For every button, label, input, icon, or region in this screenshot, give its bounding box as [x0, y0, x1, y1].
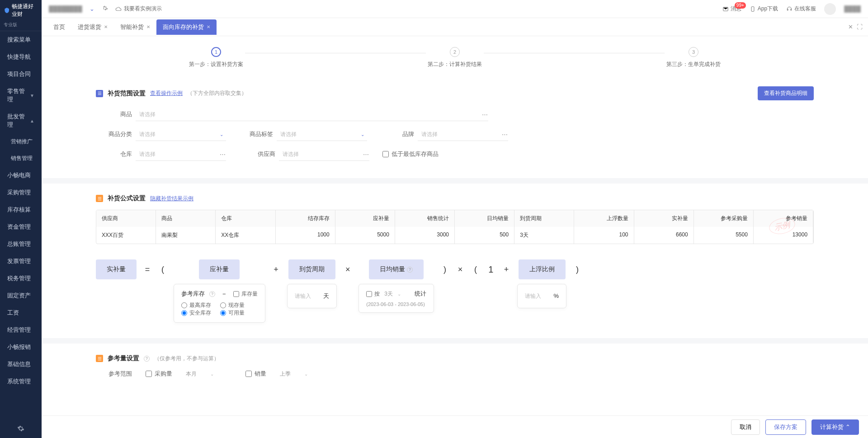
scope-example-link[interactable]: 查看操作示例 — [150, 89, 183, 97]
by-checkbox[interactable]: 按 — [366, 290, 380, 298]
stock-checkbox[interactable]: 库存量 — [233, 290, 258, 298]
scope-title: 补货范围设置 — [108, 89, 146, 98]
demo-link[interactable]: 我要看实例演示 — [115, 5, 162, 13]
app-download-button[interactable]: App下载 — [750, 5, 778, 13]
category-input[interactable] — [136, 127, 226, 141]
save-button[interactable]: 保存方案 — [765, 419, 806, 435]
times-op: × — [343, 265, 352, 274]
supplier-more-icon[interactable]: ⋯ — [363, 151, 369, 158]
sidebar-item[interactable]: 发票管理 — [0, 253, 42, 270]
stock-panel: 参考库存 ? − 库存量 最高库存 安全库存 — [174, 284, 265, 323]
minus-op: − — [222, 291, 226, 297]
company-dropdown-icon[interactable]: ⌄ — [90, 5, 94, 12]
tab-close-icon[interactable]: ✕ — [104, 24, 108, 29]
tab-close-icon[interactable]: ✕ — [207, 24, 210, 29]
purchase-checkbox[interactable]: 采购量 — [146, 370, 172, 378]
stat-label: 统计 — [415, 290, 426, 298]
sidebar-item[interactable]: 采购管理 — [0, 184, 42, 201]
cancel-button[interactable]: 取消 — [731, 419, 760, 435]
warehouse-input[interactable] — [136, 147, 226, 161]
avatar[interactable] — [824, 3, 836, 15]
phone-icon — [750, 6, 756, 12]
product-more-icon[interactable]: ⋯ — [482, 111, 488, 118]
avail-stock-radio[interactable]: 可用量 — [220, 309, 245, 317]
current-stock-radio[interactable]: 现存量 — [220, 301, 245, 309]
product-input[interactable] — [136, 108, 488, 121]
help-icon[interactable]: ? — [144, 356, 150, 362]
float-block: 上浮比例 — [519, 259, 566, 279]
help-icon[interactable]: ? — [407, 267, 413, 273]
sidebar-item[interactable]: 搜索菜单 — [0, 31, 42, 48]
sidebar-item[interactable]: 经营管理 — [0, 321, 42, 339]
settings-icon[interactable] — [0, 420, 42, 438]
lparen: ( — [158, 265, 167, 274]
brand-more-icon[interactable]: ⋯ — [502, 131, 508, 138]
sales-checkbox[interactable]: 销量 — [245, 370, 266, 378]
tag-label: 商品标签 — [237, 130, 273, 138]
sidebar-item[interactable]: 库存核算 — [0, 201, 42, 218]
tab[interactable]: 面向库存的补货✕ — [156, 19, 217, 35]
sidebar-item[interactable]: 总账管理 — [0, 235, 42, 253]
gear-icon[interactable] — [102, 5, 108, 13]
help-icon[interactable]: ? — [209, 291, 215, 297]
headset-icon — [786, 6, 793, 12]
warehouse-more-icon[interactable]: ⋯ — [220, 151, 226, 158]
category-label: 商品分类 — [96, 130, 132, 138]
table-header: 应补量 — [335, 210, 395, 227]
sidebar-item[interactable]: 资金管理 — [0, 218, 42, 235]
max-stock-radio[interactable]: 最高库存 — [181, 301, 211, 309]
step: 1第一步：设置补货方案 — [189, 47, 243, 68]
cycle-input[interactable] — [295, 290, 322, 302]
daily-block: 日均销量 ? — [369, 259, 424, 279]
sales-period-select[interactable]: 上季 — [280, 370, 291, 378]
supplier-input[interactable] — [279, 147, 369, 161]
ref-title: 参考量设置 — [108, 354, 139, 363]
view-products-button[interactable]: 查看补货商品明细 — [758, 86, 814, 100]
logo-icon — [4, 6, 10, 14]
brand-input[interactable] — [418, 127, 508, 141]
tab[interactable]: 智能补货✕ — [114, 19, 156, 35]
sidebar-item[interactable]: 系统管理 — [0, 373, 42, 390]
username: ████ — [844, 5, 861, 12]
purchase-period-select[interactable]: 本月 — [186, 370, 197, 378]
sidebar: 畅捷通好业财 专业版 搜索菜单快捷导航项目合同零售管理▼批发管理▲营销推广销售管… — [0, 0, 42, 438]
chevron-up-icon: ⌃ — [845, 424, 850, 430]
tab[interactable]: 进货退货✕ — [71, 19, 114, 35]
sidebar-item[interactable]: 小畅报销 — [0, 339, 42, 356]
sidebar-item[interactable]: 工资 — [0, 304, 42, 321]
sidebar-item[interactable]: 批发管理▲ — [0, 108, 42, 133]
equals-op: = — [143, 265, 152, 274]
sidebar-item[interactable]: 快捷导航 — [0, 48, 42, 66]
safe-stock-radio[interactable]: 安全库存 — [181, 309, 211, 317]
logo: 畅捷通好业财 — [0, 0, 42, 21]
sidebar-item[interactable]: 小畅电商 — [0, 167, 42, 184]
table-cell: 3000 — [395, 227, 455, 244]
company-name[interactable]: ████████ — [49, 5, 82, 12]
sidebar-item[interactable]: 税务管理 — [0, 270, 42, 287]
tab-close-icon[interactable]: ✕ — [146, 24, 150, 29]
tag-input[interactable] — [277, 127, 367, 141]
calculate-button[interactable]: 计算补货 ⌃ — [811, 419, 859, 435]
sidebar-item[interactable]: 销售管理 — [0, 150, 42, 167]
tab[interactable]: 首页 — [47, 19, 71, 35]
content: 1第一步：设置补货方案2第二步：计算补货结果3第三步：生单完成补货 ☰ 补货范围… — [42, 36, 868, 438]
close-tabs-icon[interactable]: ✕ — [848, 24, 853, 30]
sidebar-item[interactable]: 零售管理▼ — [0, 83, 42, 108]
sidebar-item[interactable]: 项目合同 — [0, 66, 42, 83]
float-input[interactable] — [525, 290, 552, 302]
warehouse-label: 仓库 — [96, 150, 132, 158]
fullscreen-icon[interactable]: ⛶ — [857, 24, 863, 30]
below-stock-checkbox[interactable]: 低于最低库存商品 — [382, 150, 439, 158]
sidebar-item[interactable]: 营销推广 — [0, 133, 42, 150]
sidebar-item[interactable]: 基础信息 — [0, 356, 42, 373]
formula-toggle-link[interactable]: 隐藏补货结果示例 — [150, 195, 193, 203]
messages-button[interactable]: 消息 99+ — [722, 5, 741, 13]
percent-unit: % — [554, 292, 559, 299]
sidebar-item[interactable]: 固定资产 — [0, 287, 42, 304]
rparen2: ) — [573, 265, 582, 274]
ref-stock-label: 参考库存 — [181, 290, 205, 298]
customer-service-button[interactable]: 在线客服 — [786, 5, 816, 13]
days-select[interactable]: 3天 — [384, 290, 393, 298]
table-cell: XX仓库 — [216, 227, 275, 244]
actual-block: 实补量 — [96, 259, 137, 279]
